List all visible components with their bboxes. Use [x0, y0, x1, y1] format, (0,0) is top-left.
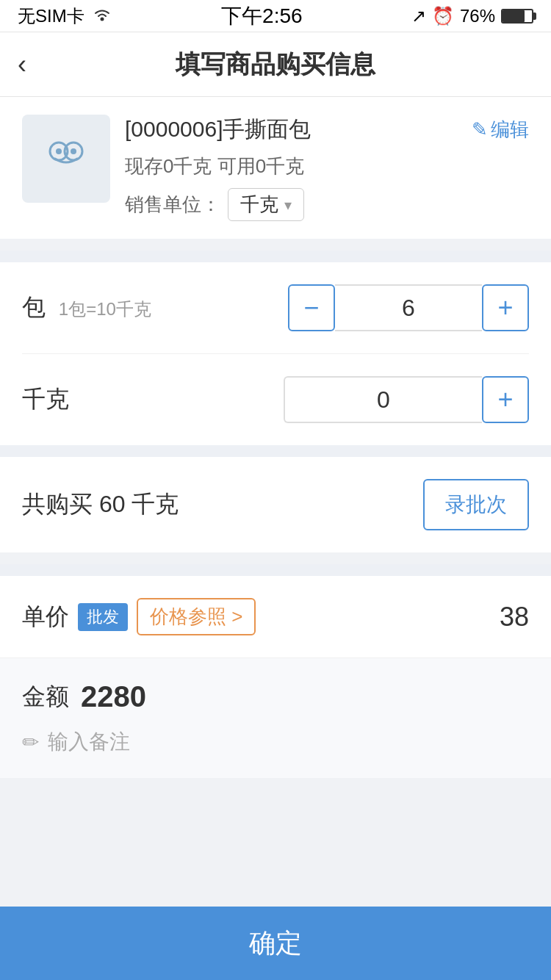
back-button[interactable]: ‹: [18, 49, 26, 80]
section-divider-3: [0, 564, 551, 576]
unit-kg: 千克: [22, 386, 69, 412]
remark-placeholder: 输入备注: [48, 728, 130, 756]
price-label: 单价: [22, 601, 69, 633]
carrier-text: 无SIM卡: [18, 4, 84, 28]
unit-bao-hint: 1包=10千克: [59, 299, 151, 319]
amount-label: 金额: [22, 681, 69, 713]
quantity-label-bao: 包 1包=10千克: [22, 292, 151, 324]
quantity-label-kg: 千克: [22, 383, 69, 416]
quantity-controls-kg: +: [284, 376, 529, 423]
edit-button[interactable]: ✎ 编辑: [472, 117, 529, 143]
wifi-icon: [92, 6, 112, 26]
amount-row: 金额 2280: [22, 680, 529, 713]
decrement-bao-button[interactable]: −: [288, 284, 335, 331]
battery-percent: 76%: [460, 6, 495, 26]
price-section: 单价 批发 价格参照 > 38: [0, 576, 551, 658]
product-unit-row: 销售单位： 千克 ▾: [125, 188, 529, 221]
battery-icon: [501, 9, 533, 24]
page-title: 填写商品购买信息: [176, 48, 375, 82]
quantity-input-bao[interactable]: [335, 284, 482, 331]
edit-label: 编辑: [491, 117, 529, 143]
product-name-row: [0000006]手撕面包 ✎ 编辑: [125, 115, 529, 145]
pencil-icon: ✏: [22, 730, 39, 754]
confirm-button-label: 确定: [249, 926, 302, 962]
plus-icon: +: [497, 292, 513, 323]
summary-section: 共购买 60 千克 录批次: [0, 457, 551, 552]
increment-kg-button[interactable]: +: [482, 376, 529, 423]
svg-point-0: [100, 17, 104, 21]
product-card: [0000006]手撕面包 ✎ 编辑 现存0千克 可用0千克 销售单位： 千克 …: [0, 97, 551, 239]
confirm-button[interactable]: 确定: [0, 907, 551, 980]
price-tag: 批发: [78, 603, 128, 631]
location-icon: ↗: [411, 6, 426, 26]
back-icon: ‹: [18, 49, 26, 79]
quantity-section: 包 1包=10千克 − + 千克 +: [0, 262, 551, 445]
summary-text: 共购买 60 千克: [22, 489, 179, 521]
status-left: 无SIM卡: [18, 4, 112, 28]
amount-value: 2280: [81, 680, 146, 713]
plus-icon-kg: +: [497, 384, 513, 415]
edit-icon: ✎: [472, 118, 488, 141]
alarm-icon: ⏰: [432, 6, 454, 26]
batch-button-label: 录批次: [445, 493, 507, 516]
chevron-down-icon: ▾: [284, 196, 292, 214]
product-thumbnail-icon: [44, 137, 88, 181]
price-reference-button[interactable]: 价格参照 >: [137, 598, 256, 635]
batch-button[interactable]: 录批次: [423, 479, 529, 530]
product-stock: 现存0千克 可用0千克: [125, 154, 529, 179]
price-reference-label: 价格参照 >: [150, 604, 242, 630]
unit-value: 千克: [240, 192, 278, 217]
amount-section: 金额 2280 ✏ 输入备注: [0, 658, 551, 778]
minus-icon: −: [303, 292, 319, 323]
quantity-controls-bao: − +: [288, 284, 529, 331]
unit-bao: 包: [22, 294, 46, 320]
quantity-row-kg: 千克 +: [22, 354, 529, 445]
status-right: ↗ ⏰ 76%: [411, 6, 533, 26]
product-info: [0000006]手撕面包 ✎ 编辑 现存0千克 可用0千克 销售单位： 千克 …: [125, 115, 529, 221]
section-divider-1: [0, 251, 551, 262]
unit-selector[interactable]: 千克 ▾: [228, 188, 304, 221]
quantity-input-kg[interactable]: [284, 376, 482, 423]
svg-point-3: [56, 148, 62, 154]
price-label-group: 单价 批发 价格参照 >: [22, 598, 256, 635]
status-time: 下午2:56: [221, 2, 303, 30]
product-name: [0000006]手撕面包: [125, 115, 311, 145]
remark-row[interactable]: ✏ 输入备注: [22, 728, 529, 756]
product-image: [22, 115, 110, 203]
section-divider-2: [0, 445, 551, 457]
increment-bao-button[interactable]: +: [482, 284, 529, 331]
svg-point-4: [71, 148, 76, 154]
unit-label: 销售单位：: [125, 192, 220, 217]
price-value: 38: [500, 602, 529, 633]
price-row: 单价 批发 价格参照 > 38: [22, 598, 529, 635]
main-content: [0000006]手撕面包 ✎ 编辑 现存0千克 可用0千克 销售单位： 千克 …: [0, 97, 551, 980]
status-bar: 无SIM卡 下午2:56 ↗ ⏰ 76%: [0, 0, 551, 32]
quantity-row-bao: 包 1包=10千克 − +: [22, 262, 529, 354]
nav-bar: ‹ 填写商品购买信息: [0, 32, 551, 97]
